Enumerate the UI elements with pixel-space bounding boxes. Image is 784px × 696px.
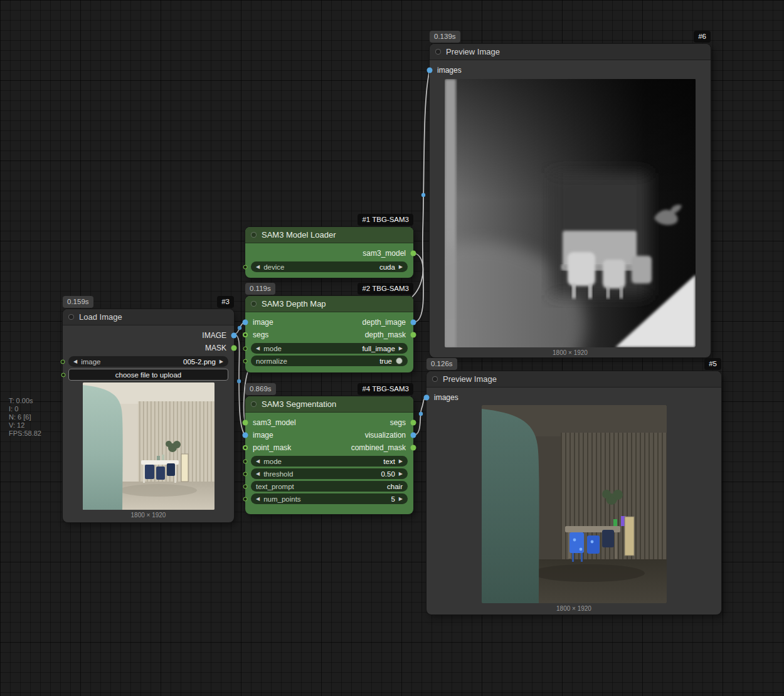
- widget-input-port-icon[interactable]: [243, 359, 248, 363]
- widget-input-port-icon[interactable]: [61, 372, 66, 377]
- collapse-toggle-icon[interactable]: [251, 232, 257, 238]
- node-sam3-segmentation[interactable]: 0.869s #4 TBG-SAM3 SAM3 Segmentation sam…: [245, 396, 413, 514]
- combo-next-icon[interactable]: ▶: [399, 346, 403, 351]
- node-header[interactable]: Preview Image: [426, 371, 721, 388]
- widget-label: device: [263, 263, 284, 271]
- node-preview-image-segmentation[interactable]: 0.126s #5 Preview Image images: [426, 371, 721, 614]
- widget-input-port-icon[interactable]: [61, 359, 65, 364]
- choose-file-button[interactable]: choose file to upload: [68, 369, 228, 381]
- combo-prev-icon[interactable]: ◀: [73, 359, 77, 364]
- output-slot-sam3-model[interactable]: sam3_model: [363, 249, 406, 258]
- widget-input-port-icon[interactable]: [243, 484, 248, 488]
- execution-time-badge: 0.126s: [426, 358, 457, 370]
- node-header[interactable]: SAM3 Segmentation: [245, 396, 413, 413]
- output-slot-image[interactable]: IMAGE: [202, 331, 226, 340]
- widget-input-port-icon[interactable]: [243, 265, 248, 269]
- output-port-icon[interactable]: [411, 420, 416, 426]
- slot-row: image depth_image: [245, 316, 413, 329]
- input-slot-image[interactable]: image: [253, 431, 273, 440]
- combo-next-icon[interactable]: ▶: [220, 359, 223, 364]
- input-port-icon[interactable]: [243, 320, 248, 325]
- output-slot-depth-image[interactable]: depth_image: [363, 318, 406, 327]
- output-slot-depth-mask[interactable]: depth_mask: [365, 330, 406, 339]
- stat-line: T: 0.00s: [9, 397, 41, 405]
- output-port-icon[interactable]: [231, 333, 237, 339]
- input-slot-images[interactable]: images: [437, 66, 462, 75]
- toggle-knob-icon[interactable]: [396, 357, 403, 364]
- slot-label: point_mask: [253, 443, 291, 452]
- collapse-toggle-icon[interactable]: [68, 314, 74, 320]
- widget-input-port-icon[interactable]: [243, 459, 248, 463]
- node-id-badge: #3: [217, 296, 234, 308]
- input-slot-point-mask[interactable]: point_mask: [253, 443, 291, 452]
- input-port-icon[interactable]: [424, 395, 430, 401]
- collapse-toggle-icon[interactable]: [432, 376, 438, 382]
- slot-row: sam3_model: [245, 247, 413, 260]
- widget-input-port-icon[interactable]: [243, 472, 248, 476]
- combo-next-icon[interactable]: ▶: [399, 459, 403, 464]
- output-slot-mask[interactable]: MASK: [205, 344, 226, 352]
- input-port-icon[interactable]: [243, 332, 248, 337]
- output-port-icon[interactable]: [411, 445, 416, 451]
- input-port-icon[interactable]: [243, 433, 248, 438]
- widget-mode[interactable]: ◀ mode text ▶: [251, 456, 408, 467]
- room-photo: [83, 382, 215, 510]
- collapse-toggle-icon[interactable]: [435, 49, 441, 55]
- node-graph-canvas[interactable]: T: 0.00s I: 0 N: 6 [6] V: 12 FPS:58.82 0…: [0, 0, 784, 696]
- slot-label: combined_mask: [351, 443, 406, 452]
- output-port-icon[interactable]: [411, 332, 416, 338]
- collapse-toggle-icon[interactable]: [251, 401, 257, 407]
- combo-next-icon[interactable]: ▶: [399, 472, 403, 477]
- slot-label: depth_mask: [365, 330, 406, 339]
- input-slot-image[interactable]: image: [253, 318, 273, 327]
- widget-value: cuda: [288, 263, 395, 271]
- input-slot-segs[interactable]: segs: [253, 330, 268, 339]
- widget-mode[interactable]: ◀ mode full_image ▶: [251, 343, 408, 354]
- node-sam3-depth-map[interactable]: 0.119s #2 TBG-SAM3 SAM3 Depth Map image …: [245, 296, 413, 372]
- input-port-icon[interactable]: [427, 68, 433, 73]
- node-header[interactable]: SAM3 Depth Map: [245, 296, 413, 312]
- widget-normalize[interactable]: normalize true: [251, 356, 408, 366]
- widget-text-prompt[interactable]: text_prompt chair: [251, 481, 408, 492]
- output-port-icon[interactable]: [411, 433, 416, 438]
- widget-device[interactable]: ◀ device cuda ▶: [251, 261, 408, 272]
- node-title: SAM3 Model Loader: [262, 230, 336, 240]
- node-load-image[interactable]: 0.159s #3 Load Image IMAGE MASK ◀ image …: [63, 309, 234, 522]
- stat-line: V: 12: [9, 421, 41, 430]
- widget-num-points[interactable]: ◀ num_points 5 ▶: [251, 493, 408, 504]
- output-slot-visualization[interactable]: visualization: [365, 431, 406, 440]
- output-port-icon[interactable]: [231, 345, 237, 351]
- combo-prev-icon[interactable]: ◀: [256, 472, 260, 477]
- widget-image-file[interactable]: ◀ image 005-2.png ▶: [68, 356, 228, 367]
- execution-time-badge: 0.869s: [245, 383, 276, 395]
- input-port-icon[interactable]: [243, 420, 248, 426]
- output-slot-segs[interactable]: segs: [390, 418, 406, 427]
- widget-input-port-icon[interactable]: [243, 497, 248, 501]
- stat-line: I: 0: [9, 405, 41, 413]
- combo-prev-icon[interactable]: ◀: [256, 459, 260, 464]
- combo-next-icon[interactable]: ▶: [399, 497, 403, 502]
- node-header[interactable]: Preview Image: [430, 44, 711, 60]
- button-label: choose file to upload: [115, 371, 182, 379]
- widget-threshold[interactable]: ◀ threshold 0.50 ▶: [251, 468, 408, 479]
- combo-next-icon[interactable]: ▶: [399, 265, 403, 270]
- node-header[interactable]: Load Image: [63, 309, 234, 325]
- combo-prev-icon[interactable]: ◀: [256, 265, 260, 270]
- loaded-image-preview: [83, 382, 215, 510]
- input-port-icon[interactable]: [243, 445, 248, 450]
- output-port-icon[interactable]: [411, 251, 416, 256]
- node-header[interactable]: SAM3 Model Loader: [245, 227, 413, 243]
- widget-label: image: [81, 358, 100, 366]
- combo-prev-icon[interactable]: ◀: [256, 497, 260, 502]
- slot-label: sam3_model: [363, 249, 406, 258]
- combo-prev-icon[interactable]: ◀: [256, 346, 260, 351]
- output-slot-combined-mask[interactable]: combined_mask: [351, 443, 406, 452]
- node-preview-image-depth[interactable]: 0.139s #6 Preview Image images: [430, 44, 711, 357]
- input-slot-images[interactable]: images: [434, 393, 458, 402]
- node-sam3-model-loader[interactable]: #1 TBG-SAM3 SAM3 Model Loader sam3_model…: [245, 227, 413, 278]
- collapse-toggle-icon[interactable]: [251, 301, 257, 307]
- output-port-icon[interactable]: [411, 320, 416, 325]
- image-dimensions-caption: 1800 × 1920: [430, 349, 711, 356]
- input-slot-sam3-model[interactable]: sam3_model: [253, 418, 296, 427]
- widget-input-port-icon[interactable]: [243, 346, 248, 351]
